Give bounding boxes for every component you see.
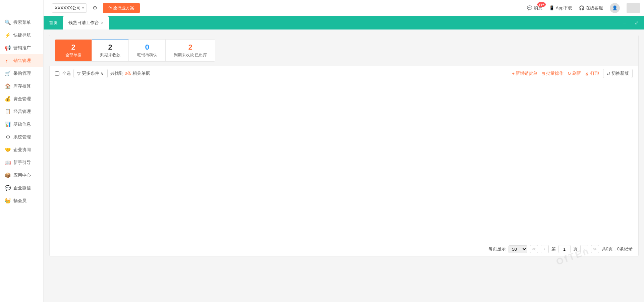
sidebar-label-inventory: 库存核算 bbox=[13, 83, 31, 89]
table-container bbox=[49, 81, 638, 242]
page-number-input[interactable] bbox=[558, 245, 571, 253]
marketing-icon: 📢 bbox=[5, 45, 11, 51]
cooperation-icon: 🤝 bbox=[5, 147, 11, 153]
system-icon: ⚙ bbox=[5, 134, 11, 140]
stats-num-shipped: 2 bbox=[174, 43, 207, 52]
tab-maximize-button[interactable]: ⤢ bbox=[632, 18, 641, 27]
stats-tab-overdue[interactable]: 2 到期未收款 bbox=[92, 40, 129, 61]
tab-home[interactable]: 首页 bbox=[44, 16, 63, 29]
sidebar-label-system: 系统管理 bbox=[13, 134, 31, 140]
filter-chevron-icon: ∨ bbox=[101, 71, 104, 76]
message-icon: 💬 bbox=[527, 5, 532, 10]
sidebar-label-finance: 资金管理 bbox=[13, 96, 31, 102]
stats-tabs-container: 2 全部单据 2 到期未收款 0 旺铺待确认 2 到期未收款 已出库 bbox=[49, 35, 638, 66]
next-page-button[interactable]: › bbox=[580, 245, 588, 253]
batch-icon: ⊞ bbox=[541, 71, 545, 76]
sidebar-item-app-center[interactable]: 📦 应用中心 bbox=[0, 169, 43, 182]
sidebar-item-sales[interactable]: 🏷 销售管理 bbox=[0, 54, 43, 67]
page-size-select[interactable]: 50 100 200 bbox=[508, 245, 527, 253]
sidebar-label-cooperation: 企业协同 bbox=[13, 147, 31, 153]
tab-bar: 首页 钱货日清工作台 × ─ ⤢ bbox=[44, 16, 644, 29]
sidebar-label-wechat: 企业微信 bbox=[13, 185, 31, 191]
sidebar-item-wechat[interactable]: 💬 企业微信 bbox=[0, 182, 43, 194]
toolbar-right: + 新增销货单 ⊞ 批量操作 ↻ 刷新 🖨 打印 ⇄ 切换新版 bbox=[512, 69, 633, 78]
app-download-label: App下载 bbox=[556, 5, 572, 11]
sidebar-item-guide[interactable]: 📖 新手引导 bbox=[0, 156, 43, 169]
refresh-button[interactable]: ↻ 刷新 bbox=[568, 70, 581, 76]
sidebar-item-purchase[interactable]: 🛒 采购管理 bbox=[0, 67, 43, 80]
sidebar-item-operations[interactable]: 📋 经营管理 bbox=[0, 105, 43, 118]
sidebar-label-operations: 经营管理 bbox=[13, 109, 31, 115]
chevron-down-icon: ▾ bbox=[82, 6, 84, 10]
company-selector[interactable]: XXXXXX公司 ▾ bbox=[52, 3, 87, 13]
user-extra bbox=[627, 3, 640, 13]
batch-operation-button[interactable]: ⊞ 批量操作 bbox=[541, 70, 564, 76]
sales-icon: 🏷 bbox=[5, 58, 11, 64]
user-icon: 👤 bbox=[612, 5, 618, 10]
sidebar-item-finance[interactable]: 💰 资金管理 bbox=[0, 93, 43, 105]
sidebar-item-system[interactable]: ⚙ 系统管理 bbox=[0, 131, 43, 143]
message-badge: 99+ bbox=[537, 2, 546, 7]
sidebar-item-inventory[interactable]: 🏠 库存核算 bbox=[0, 80, 43, 93]
sidebar-item-marketing[interactable]: 📢 营销推广 bbox=[0, 42, 43, 54]
phone-icon: 📱 bbox=[549, 5, 554, 10]
stats-label-pending: 旺铺待确认 bbox=[137, 52, 157, 58]
page-suffix: 页 bbox=[573, 246, 578, 252]
pagination-bar: 每页显示 50 100 200 ≪ ‹ 第 页 › ≫ 共0页，0条记录 bbox=[49, 242, 638, 256]
app-download-button[interactable]: 📱 App下载 bbox=[549, 5, 572, 11]
switch-icon: ⇄ bbox=[607, 71, 610, 76]
select-all-checkbox[interactable] bbox=[55, 71, 59, 76]
print-label: 打印 bbox=[590, 70, 599, 76]
message-button[interactable]: 💬 消息 99+ bbox=[527, 5, 542, 11]
print-button[interactable]: 🖨 打印 bbox=[585, 70, 599, 76]
found-prefix: 共找到 bbox=[110, 71, 123, 76]
tab-active-label: 钱货日清工作台 bbox=[68, 20, 99, 26]
sidebar-item-cooperation[interactable]: 🤝 企业协同 bbox=[0, 143, 43, 156]
sidebar-item-basic-info[interactable]: 📊 基础信息 bbox=[0, 118, 43, 131]
add-label: 新增销货单 bbox=[516, 70, 537, 76]
sidebar-label-member: 畅会员 bbox=[13, 198, 26, 204]
tab-home-label: 首页 bbox=[49, 20, 58, 26]
stats-label-all: 全部单据 bbox=[63, 52, 84, 58]
switch-version-button[interactable]: ⇄ 切换新版 bbox=[603, 69, 633, 78]
online-service-button[interactable]: 🎧 在线客服 bbox=[579, 5, 603, 11]
main-content: 2 全部单据 2 到期未收款 0 旺铺待确认 2 到期未收款 已出库 bbox=[44, 29, 644, 302]
last-page-button[interactable]: ≫ bbox=[591, 245, 599, 253]
experience-button[interactable]: 体验行业方案 bbox=[103, 3, 140, 13]
search-icon: 🔍 bbox=[5, 19, 11, 25]
company-name: XXXXXX公司 bbox=[55, 5, 81, 11]
refresh-label: 刷新 bbox=[572, 70, 581, 76]
found-suffix: 相关单据 bbox=[132, 71, 150, 76]
stats-tab-all[interactable]: 2 全部单据 bbox=[55, 40, 92, 61]
settings-button[interactable]: ⚙ bbox=[90, 3, 100, 13]
stats-tab-shipped[interactable]: 2 到期未收款 已出库 bbox=[166, 40, 215, 61]
tab-minimize-button[interactable]: ─ bbox=[620, 18, 629, 27]
refresh-icon: ↻ bbox=[568, 71, 571, 76]
total-records-label: 共0页，0条记录 bbox=[602, 246, 633, 252]
sidebar-label-basic-info: 基础信息 bbox=[13, 121, 31, 127]
stats-tab-pending[interactable]: 0 旺铺待确认 bbox=[129, 40, 166, 61]
tab-active[interactable]: 钱货日清工作台 × bbox=[63, 16, 109, 29]
filter-label: 更多条件 bbox=[82, 70, 99, 76]
stats-num-pending: 0 bbox=[137, 43, 157, 52]
avatar[interactable]: 👤 bbox=[610, 3, 620, 13]
sidebar-label-guide: 新手引导 bbox=[13, 160, 31, 166]
sidebar-item-quick-nav[interactable]: ⚡ 快捷导航 bbox=[0, 29, 43, 42]
tab-bar-actions: ─ ⤢ bbox=[620, 18, 644, 27]
sidebar-item-search[interactable]: 🔍 搜索菜单 bbox=[0, 16, 43, 29]
first-page-button[interactable]: ≪ bbox=[530, 245, 538, 253]
select-all-label: 全选 bbox=[62, 70, 71, 76]
member-icon: 👑 bbox=[5, 198, 11, 204]
filter-button[interactable]: ▽ 更多条件 ∨ bbox=[73, 69, 108, 78]
stats-tabs: 2 全部单据 2 到期未收款 0 旺铺待确认 2 到期未收款 已出库 bbox=[55, 39, 215, 62]
stats-label-shipped: 到期未收款 已出库 bbox=[174, 52, 207, 58]
sidebar-label-quick-nav: 快捷导航 bbox=[13, 32, 31, 38]
sidebar-item-member[interactable]: 👑 畅会员 bbox=[0, 194, 43, 207]
inventory-icon: 🏠 bbox=[5, 83, 11, 89]
add-sale-order-button[interactable]: + 新增销货单 bbox=[512, 70, 537, 76]
tab-close-icon[interactable]: × bbox=[101, 20, 103, 25]
online-service-label: 在线客服 bbox=[586, 5, 603, 11]
filter-icon: ▽ bbox=[77, 71, 80, 76]
prev-page-button[interactable]: ‹ bbox=[541, 245, 549, 253]
content-wrapper: 2 全部单据 2 到期未收款 0 旺铺待确认 2 到期未收款 已出库 bbox=[49, 35, 639, 256]
